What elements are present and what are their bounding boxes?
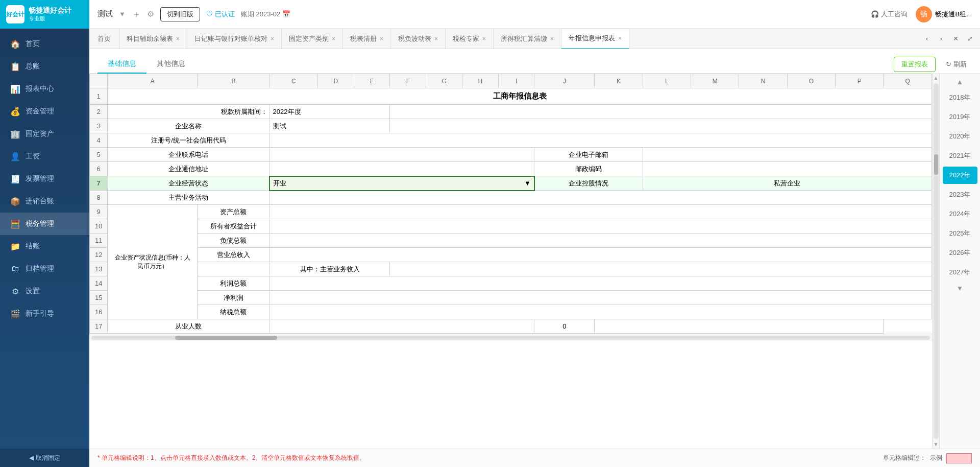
cell-17-value[interactable]: 0	[534, 319, 595, 334]
sidebar-item-finance[interactable]: 💰 资金管理	[0, 100, 89, 123]
horizontal-scrollbar[interactable]	[89, 334, 932, 341]
tab-basic-info[interactable]: 基础信息	[97, 55, 146, 74]
sidebar-item-home[interactable]: 🏠 首页	[0, 33, 89, 55]
cell-14-b[interactable]: 利润总额	[198, 276, 270, 291]
cell-7-holding-label[interactable]: 企业控股情况	[534, 176, 643, 191]
col-header-p[interactable]: P	[836, 74, 884, 88]
tab-other-info[interactable]: 其他信息	[146, 55, 195, 74]
col-header-q[interactable]: Q	[884, 74, 932, 88]
year-item-2018[interactable]: 2018年	[943, 89, 977, 106]
cell-7-holding-value[interactable]: 私营企业	[643, 176, 932, 191]
scroll-track[interactable]	[934, 83, 939, 439]
sidebar-item-reports[interactable]: 📊 报表中心	[0, 78, 89, 100]
year-item-2021[interactable]: 2021年	[943, 147, 977, 165]
tab-auxiliary-balance[interactable]: 科目辅助余额表 ×	[119, 29, 187, 49]
tab-home[interactable]: 首页	[89, 29, 119, 49]
cell-10-b[interactable]: 所有者权益合计	[198, 219, 270, 233]
cell-8-value[interactable]	[270, 191, 932, 205]
year-item-2019[interactable]: 2019年	[943, 108, 977, 126]
tab-close-icon[interactable]: ×	[434, 35, 438, 42]
year-item-2025[interactable]: 2025年	[943, 225, 977, 242]
sidebar-item-ledger[interactable]: 📋 总账	[0, 55, 89, 78]
cell-13-sub-label[interactable]: 其中：主营业务收入	[270, 262, 390, 276]
tab-close-icon[interactable]: ×	[271, 35, 274, 42]
tab-tax-fluctuation[interactable]: 税负波动表 ×	[391, 29, 446, 49]
cell-2-label[interactable]: 税款所属期间：	[108, 105, 270, 119]
cell-9-value[interactable]	[270, 205, 932, 219]
user-menu[interactable]: 畅 畅捷通B组...	[916, 6, 972, 22]
cell-16-b[interactable]: 纳税总额	[198, 305, 270, 319]
cell-11-b[interactable]: 负债总额	[198, 233, 270, 248]
col-header-l[interactable]: L	[643, 74, 691, 88]
cell-13-value[interactable]	[390, 262, 932, 276]
cell-4-value[interactable]	[270, 133, 932, 148]
tab-close-icon[interactable]: ×	[482, 35, 486, 42]
sidebar-item-closing[interactable]: 📁 结账	[0, 235, 89, 258]
col-header-m[interactable]: M	[691, 74, 739, 88]
col-header-n[interactable]: N	[739, 74, 787, 88]
col-header-g[interactable]: G	[426, 74, 462, 88]
tab-close-icon[interactable]: ×	[550, 35, 554, 42]
tab-close-icon[interactable]: ×	[332, 35, 335, 42]
col-header-j[interactable]: J	[534, 74, 595, 88]
hscroll-thumb[interactable]	[175, 336, 277, 340]
consult-button[interactable]: 🎧 人工咨询	[871, 10, 908, 19]
cell-2-value[interactable]: 2022年度	[270, 105, 390, 119]
reset-report-button[interactable]: 重置报表	[894, 57, 936, 72]
sidebar-item-tax[interactable]: 🧮 税务管理	[0, 213, 89, 235]
cell-17-empty2[interactable]	[595, 319, 884, 334]
tab-close-icon[interactable]: ×	[380, 35, 383, 42]
col-header-d[interactable]: D	[317, 74, 354, 88]
cell-15-value[interactable]	[270, 291, 932, 305]
cell-17-empty1[interactable]	[270, 319, 534, 334]
cell-12-b[interactable]: 营业总收入	[198, 248, 270, 262]
year-panel-down-btn[interactable]: ▼	[954, 282, 966, 294]
sidebar-collapse-btn[interactable]: ◀ 取消固定	[0, 449, 89, 467]
sidebar-item-guide[interactable]: 🎬 新手引导	[0, 302, 89, 325]
hscroll-track[interactable]	[91, 336, 930, 340]
cell-11-value[interactable]	[270, 233, 932, 248]
cell-6-label[interactable]: 企业通信地址	[108, 162, 270, 176]
col-header-c[interactable]: C	[270, 74, 317, 88]
col-header-b[interactable]: B	[198, 74, 270, 88]
cell-6-postal-value[interactable]	[643, 162, 932, 176]
year-item-2020[interactable]: 2020年	[943, 128, 977, 145]
tab-bank-reconcile[interactable]: 日记账与银行对账单核对 ×	[187, 29, 282, 49]
tab-expand-btn[interactable]: ⤢	[964, 33, 976, 45]
tab-annual-report[interactable]: 年报信息申报表 ×	[561, 29, 629, 49]
cell-3-value[interactable]: 测试	[270, 119, 390, 133]
cell-4-label[interactable]: 注册号/统一社会信用代码	[108, 133, 270, 148]
cell-6-postal-label[interactable]: 邮政编码	[534, 162, 643, 176]
tab-prev-btn[interactable]: ‹	[921, 33, 933, 45]
scroll-thumb[interactable]	[934, 154, 938, 175]
sidebar-item-inventory[interactable]: 📦 进销台账	[0, 190, 89, 213]
col-header-e[interactable]: E	[354, 74, 390, 88]
year-item-2027[interactable]: 2027年	[943, 264, 977, 281]
cell-3-empty[interactable]	[390, 119, 932, 133]
col-header-h[interactable]: H	[462, 74, 498, 88]
cell-5-label[interactable]: 企业联系电话	[108, 148, 270, 162]
cell-5-value[interactable]	[270, 148, 534, 162]
sidebar-item-assets[interactable]: 🏢 固定资产	[0, 123, 89, 145]
year-item-2023[interactable]: 2023年	[943, 186, 977, 203]
cell-15-b[interactable]: 净利润	[198, 291, 270, 305]
cell-8-label[interactable]: 主营业务活动	[108, 191, 270, 205]
cell-13-b[interactable]	[198, 262, 270, 276]
cell-9-b[interactable]: 资产总额	[198, 205, 270, 219]
sidebar-item-archive[interactable]: 🗂 归档管理	[0, 258, 89, 280]
refresh-button[interactable]: ↻ 刷新	[941, 57, 972, 72]
cell-5-email-value[interactable]	[643, 148, 932, 162]
year-item-2022[interactable]: 2022年	[943, 167, 977, 184]
sidebar-item-payroll[interactable]: 👤 工资	[0, 145, 89, 168]
settings-gear-icon[interactable]: ⚙	[147, 9, 154, 19]
cell-1-title[interactable]: 工商年报信息表	[108, 88, 932, 105]
cell-7-label[interactable]: 企业经营状态	[108, 176, 270, 191]
tab-close-icon[interactable]: ×	[618, 35, 622, 42]
vertical-scrollbar[interactable]: ▲ ▼	[932, 74, 939, 449]
tab-fixed-asset-type[interactable]: 固定资产类别 ×	[282, 29, 343, 49]
col-header-k[interactable]: K	[595, 74, 643, 88]
year-item-2026[interactable]: 2026年	[943, 244, 977, 262]
tab-tax-inspection[interactable]: 税检专家 ×	[446, 29, 494, 49]
cell-10-value[interactable]	[270, 219, 932, 233]
col-header-f[interactable]: F	[390, 74, 426, 88]
